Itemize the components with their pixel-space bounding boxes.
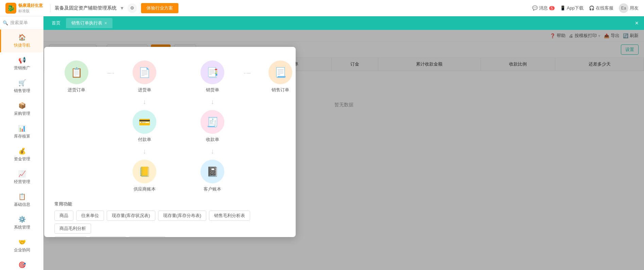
common-btn-product[interactable]: 商品 xyxy=(54,211,73,221)
system-title: 装备及固定资产辅助管理系统 xyxy=(55,5,117,11)
logo-symbol: 🐉 xyxy=(7,4,15,12)
sidebar-item-guide[interactable]: 🎯 新手引导 xyxy=(0,257,43,270)
user-btn[interactable]: Ea 用友 xyxy=(619,3,639,13)
common-btns: 商品 往来单位 现存量(库存状况表) 现存量(库存分布表) 销售毛利分析表 商品… xyxy=(54,211,285,234)
system-dropdown-icon[interactable]: ▾ xyxy=(121,5,123,11)
sidebar-item-label: 采购管理 xyxy=(14,111,30,116)
basic-info-icon: 📋 xyxy=(18,193,26,200)
purchase-order-circle: 📋 xyxy=(65,60,88,84)
sidebar-item-inventory[interactable]: 📊 库存核算 xyxy=(0,121,43,143)
sidebar-item-operations[interactable]: 📈 经营管理 xyxy=(0,166,43,189)
system-icon: ⚙️ xyxy=(18,216,26,223)
purchase-order-icon: 📋 xyxy=(71,67,83,78)
settings-icon-btn[interactable]: ⚙ xyxy=(127,3,137,13)
tab-close-icon[interactable]: × xyxy=(104,20,107,26)
common-btn-stock-status[interactable]: 现存量(库存状况表) xyxy=(107,211,155,221)
customer-ledger-node: 📓 客户账本 xyxy=(197,156,228,196)
sidebar-item-sales[interactable]: 🛒 销售管理 xyxy=(0,75,43,98)
sidebar-item-finance[interactable]: 💰 资金管理 xyxy=(0,143,43,166)
sidebar-item-label: 系统管理 xyxy=(14,224,30,230)
workflow-diagram: 📋 进货订单 - - - -→ 📄 进货单 xyxy=(54,57,285,196)
purchase-bill-circle: 📄 xyxy=(133,60,156,84)
sidebar-item-purchase[interactable]: 📦 采购管理 xyxy=(0,98,43,121)
arrow-down-sales: ↓ xyxy=(211,98,214,106)
common-btn-product-profit[interactable]: 商品毛利分析 xyxy=(54,223,91,234)
sales-icon: 🛒 xyxy=(18,79,26,87)
divider xyxy=(50,4,51,12)
payment-bill-icon: 💳 xyxy=(139,116,151,128)
top-bar-right: 💬 消息 5 📱 App下载 🎧 在线客服 Ea 用友 xyxy=(532,3,639,13)
purchase-icon: 📦 xyxy=(18,102,26,109)
message-badge: 5 xyxy=(549,6,555,10)
trial-btn[interactable]: 体验行业方案 xyxy=(141,3,178,13)
common-btn-sales-profit[interactable]: 销售毛利分析表 xyxy=(209,211,250,221)
sales-order-node: 📃 销售订单 xyxy=(265,57,296,96)
common-btn-sales-rank[interactable]: 销售排行榜 xyxy=(54,236,87,237)
sidebar-search[interactable]: 🔍 搜索菜单 xyxy=(0,16,43,30)
sidebar-item-label: 快捷导航 xyxy=(14,42,30,48)
common-btn-partner[interactable]: 往来单位 xyxy=(76,211,104,221)
logo-text: 畅康通好生意 标准版 xyxy=(18,3,43,14)
user-avatar: Ea xyxy=(619,3,628,13)
customer-ledger-icon: 📓 xyxy=(207,166,219,177)
sidebar-item-marketing[interactable]: 📢 营销推广 xyxy=(0,52,43,75)
payment-bill-circle: 💳 xyxy=(133,110,156,134)
supplier-ledger-node: 📒 供应商账本 xyxy=(129,156,160,196)
sidebar-item-label: 企业协同 xyxy=(14,247,30,253)
sidebar-item-quick-nav[interactable]: 🏠 快捷导航 xyxy=(0,30,43,52)
sidebar-item-label: 营销推广 xyxy=(14,65,30,71)
receipt-bill-label: 收款单 xyxy=(206,137,219,143)
sales-bill-node: 📑 销货单 xyxy=(197,57,228,96)
sidebar-item-system[interactable]: ⚙️ 系统管理 xyxy=(0,212,43,234)
sidebar-item-label: 基础信息 xyxy=(14,202,30,208)
sales-order-icon: 📃 xyxy=(275,67,286,78)
page-content: ❓ 帮助 🖨 按模板打印 ▾ 📤 导出 🔄 刷新 xyxy=(43,30,644,270)
customer-ledger-label: 客户账本 xyxy=(204,186,221,192)
app-download-btn[interactable]: 📱 App下载 xyxy=(560,5,584,11)
finance-icon: 💰 xyxy=(18,147,26,155)
tab-home[interactable]: 首页 xyxy=(46,18,66,28)
enterprise-icon: 🤝 xyxy=(18,238,26,246)
inventory-icon: 📊 xyxy=(18,125,26,132)
common-btn-stock-dist[interactable]: 现存量(库存分布表) xyxy=(158,211,207,221)
message-btn[interactable]: 💬 消息 5 xyxy=(532,5,555,11)
payment-bill-node: 💳 付款单 xyxy=(129,107,160,146)
sales-bill-label: 销货单 xyxy=(206,87,219,93)
logo-area: 🐉 畅康通好生意 标准版 xyxy=(5,3,46,14)
main-area: 🔍 搜索菜单 🏠 快捷导航 📢 营销推广 🛒 销售管理 📦 采购管理 📊 xyxy=(0,16,644,270)
arrow-down-payment: ↓ xyxy=(143,147,146,155)
sidebar-item-label: 库存核算 xyxy=(14,133,30,139)
common-btns-row2: 销售排行榜 收款情况统计 付款情况统计 xyxy=(54,236,285,237)
top-bar: 🐉 畅康通好生意 标准版 装备及固定资产辅助管理系统 ▾ ⚙ 体验行业方案 💬 … xyxy=(0,0,644,16)
tab-sales-order[interactable]: 销售订单执行表 × xyxy=(66,18,112,28)
arrow-right-1: - - - -→ xyxy=(107,70,114,83)
search-icon: 🔍 xyxy=(3,20,8,25)
supplier-ledger-icon: 📒 xyxy=(139,166,151,177)
logo-icon: 🐉 xyxy=(5,3,16,14)
purchase-order-node: 📋 进货订单 xyxy=(61,57,92,96)
purchase-bill-icon: 📄 xyxy=(139,67,151,78)
purchase-order-label: 进货订单 xyxy=(68,87,85,93)
common-title: 常用功能 xyxy=(54,201,285,207)
sidebar-item-label: 经营管理 xyxy=(14,179,30,185)
tab-bar-close-btn[interactable]: × xyxy=(632,20,641,27)
supplier-ledger-label: 供应商账本 xyxy=(134,186,156,192)
sales-bill-circle: 📑 xyxy=(201,60,224,84)
app-icon: 📱 xyxy=(560,5,565,11)
purchase-bill-label: 进货单 xyxy=(138,87,151,93)
sidebar: 🔍 搜索菜单 🏠 快捷导航 📢 营销推广 🛒 销售管理 📦 采购管理 📊 xyxy=(0,16,43,270)
message-icon: 💬 xyxy=(532,5,538,11)
sales-order-circle: 📃 xyxy=(268,60,292,84)
sidebar-item-label: 销售管理 xyxy=(14,88,30,94)
sidebar-item-basic-info[interactable]: 📋 基础信息 xyxy=(0,189,43,212)
marketing-icon: 📢 xyxy=(18,56,26,64)
common-btn-receipt-stats[interactable]: 收款情况统计 xyxy=(89,236,126,237)
common-section: 常用功能 商品 往来单位 现存量(库存状况表) 现存量(库存分布表) 销售毛利分… xyxy=(54,201,285,237)
receipt-bill-circle: 🧾 xyxy=(201,110,224,134)
sidebar-item-enterprise[interactable]: 🤝 企业协同 xyxy=(0,234,43,257)
payment-bill-label: 付款单 xyxy=(138,137,151,143)
common-btn-payment-stats[interactable]: 付款情况统计 xyxy=(129,236,166,237)
online-service-btn[interactable]: 🎧 在线客服 xyxy=(589,5,613,11)
quick-nav-icon: 🏠 xyxy=(18,34,26,41)
arrow-left-1: ←- - - - xyxy=(243,70,250,83)
